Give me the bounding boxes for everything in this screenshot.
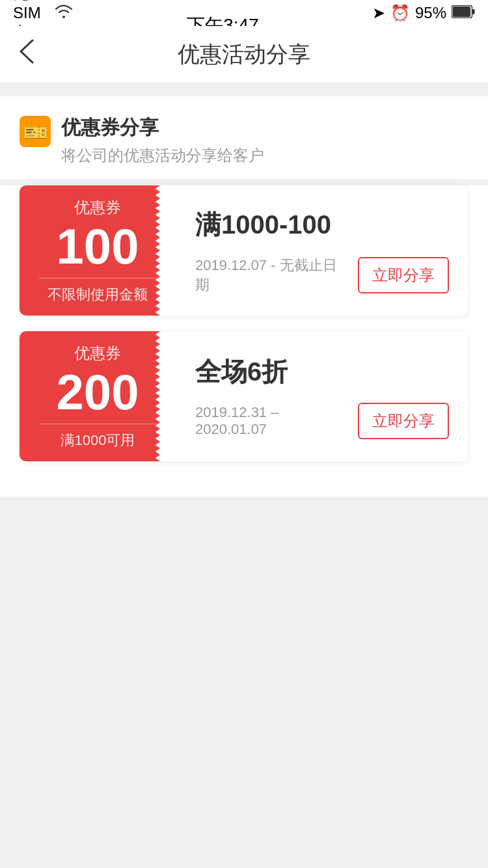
coupon-divider-1 [39,278,156,278]
coupon-right-2: 全场6折 2019.12.31 – 2020.01.07 立即分享 [176,331,468,461]
battery-text: 95% [415,4,446,22]
share-button-2[interactable]: 立即分享 [358,403,449,439]
coupon-divider-2 [39,424,156,424]
location-icon: ➤ [372,4,385,22]
coupon-ticket-1: 优惠券 100 不限制使用金额 [20,185,176,316]
alarm-icon: ⏰ [390,4,410,22]
coupon-condition-1: 不限制使用金额 [47,285,148,305]
top-separator [0,83,488,96]
section-text-block: 优惠券分享 将公司的优惠活动分享给客户 [61,115,264,166]
coupon-condition-2: 满1000可用 [61,431,135,450]
status-right: ➤ ⏰ 95% [372,4,475,22]
svg-rect-1 [472,9,475,14]
battery-icon [452,4,475,22]
coupon-date-2: 2019.12.31 – 2020.01.07 [195,404,345,438]
coupon-amount-2: 200 [57,368,139,417]
coupon-card-2: 优惠券 200 满1000可用 全场6折 2019.12.31 – 2020.0… [20,331,468,461]
coupon-right-1: 满1000-100 2019.12.07 - 无截止日期 立即分享 [176,185,468,316]
section-desc: 将公司的优惠活动分享给客户 [61,145,264,166]
coupon-amount-1: 100 [57,222,139,271]
section-header: 🎫 优惠券分享 将公司的优惠活动分享给客户 [0,96,488,179]
share-button-1[interactable]: 立即分享 [358,257,449,293]
back-button[interactable] [20,39,34,70]
coupon-ticket-2: 优惠券 200 满1000可用 [20,331,176,461]
svg-rect-2 [453,7,470,17]
coupon-meta-2: 2019.12.31 – 2020.01.07 立即分享 [195,403,449,439]
coupon-name-2: 全场6折 [195,354,449,390]
coupon-label-2: 优惠券 [74,343,121,364]
coupon-card-1: 优惠券 100 不限制使用金额 满1000-100 2019.12.07 - 无… [20,185,468,316]
page-title: 优惠活动分享 [178,40,310,70]
coupon-label-1: 优惠券 [74,197,121,218]
coupon-name-1: 满1000-100 [195,207,449,243]
coupon-meta-1: 2019.12.07 - 无截止日期 立即分享 [195,256,449,295]
status-bar: 无 SIM 卡 下午3:47 ➤ ⏰ 95% [0,0,488,26]
empty-area [0,496,488,868]
wifi-icon [54,4,74,22]
section-title: 优惠券分享 [61,115,264,141]
coupon-list: 优惠券 100 不限制使用金额 满1000-100 2019.12.07 - 无… [0,185,488,496]
coupon-share-icon: 🎫 [20,116,51,147]
coupon-date-1: 2019.12.07 - 无截止日期 [195,256,345,295]
nav-bar: 优惠活动分享 [0,26,488,83]
